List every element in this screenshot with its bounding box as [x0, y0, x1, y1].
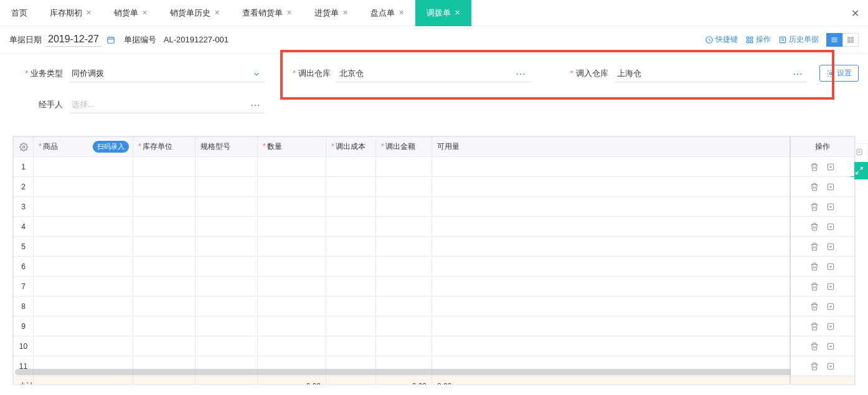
date-value[interactable]: 2019-12-27: [45, 32, 101, 47]
cell-product[interactable]: [34, 217, 133, 237]
delete-row-icon[interactable]: [810, 322, 819, 331]
close-icon[interactable]: ✕: [86, 9, 92, 17]
close-icon[interactable]: ✕: [214, 9, 220, 17]
cell-amount[interactable]: [376, 297, 432, 316]
cell-product[interactable]: [34, 177, 133, 197]
in-warehouse-input[interactable]: [615, 65, 808, 82]
cell-unit[interactable]: [133, 257, 196, 277]
cell-cost[interactable]: [326, 177, 376, 197]
cell-cost[interactable]: [326, 217, 376, 237]
delete-row-icon[interactable]: [810, 282, 819, 291]
settings-column-header[interactable]: [14, 137, 34, 157]
cell-spec[interactable]: [196, 297, 258, 316]
add-row-icon[interactable]: [826, 262, 835, 271]
tab-调拨单[interactable]: 调拨单✕: [415, 0, 471, 26]
cell-cost[interactable]: [326, 197, 376, 217]
tab-销货单[interactable]: 销货单✕: [103, 0, 159, 26]
table-row[interactable]: 10: [14, 336, 855, 356]
delete-row-icon[interactable]: [810, 202, 819, 211]
cell-qty[interactable]: [258, 257, 326, 277]
cell-product[interactable]: [34, 157, 133, 177]
cell-amount[interactable]: [376, 217, 432, 237]
delete-row-icon[interactable]: [810, 163, 819, 171]
close-icon[interactable]: ✕: [455, 9, 460, 17]
cell-qty[interactable]: [258, 316, 326, 336]
cell-spec[interactable]: [196, 277, 258, 297]
cell-product[interactable]: [34, 297, 133, 316]
cell-product[interactable]: [34, 316, 133, 336]
delete-row-icon[interactable]: [810, 242, 819, 251]
cell-spec[interactable]: [196, 177, 258, 197]
calendar-icon[interactable]: [106, 35, 115, 45]
close-all-tabs-icon[interactable]: ✕: [851, 7, 859, 19]
scan-button[interactable]: 扫码录入: [93, 141, 129, 153]
cell-unit[interactable]: [133, 157, 196, 177]
tab-查看销货单[interactable]: 查看销货单✕: [231, 0, 303, 26]
add-row-icon[interactable]: [826, 202, 835, 211]
cell-amount[interactable]: [376, 316, 432, 336]
cell-qty[interactable]: [258, 217, 326, 237]
cell-amount[interactable]: [376, 257, 432, 277]
cell-cost[interactable]: [326, 277, 376, 297]
cell-unit[interactable]: [133, 197, 196, 217]
add-row-icon[interactable]: [826, 222, 835, 231]
table-row[interactable]: 4: [14, 217, 855, 237]
cell-unit[interactable]: [133, 336, 196, 356]
horizontal-scrollbar[interactable]: [15, 369, 843, 375]
add-row-icon[interactable]: [826, 242, 835, 251]
cell-amount[interactable]: [376, 336, 432, 356]
cell-product[interactable]: [34, 257, 133, 277]
cell-product[interactable]: [34, 197, 133, 217]
more-icon[interactable]: ⋯: [250, 99, 261, 111]
cell-spec[interactable]: [196, 336, 258, 356]
table-row[interactable]: 9: [14, 316, 855, 336]
close-icon[interactable]: ✕: [286, 9, 292, 17]
delete-row-icon[interactable]: [810, 183, 819, 191]
add-row-icon[interactable]: [826, 282, 835, 291]
cell-cost[interactable]: [326, 316, 376, 336]
view-list-button[interactable]: [826, 33, 842, 47]
cell-amount[interactable]: [376, 157, 432, 177]
table-row[interactable]: 5: [14, 237, 855, 257]
cell-cost[interactable]: [326, 237, 376, 257]
cell-qty[interactable]: [258, 157, 326, 177]
more-icon[interactable]: ⋯: [516, 68, 526, 80]
operate-link[interactable]: 操作: [745, 34, 771, 45]
cell-amount[interactable]: [376, 177, 432, 197]
tab-销货单历史[interactable]: 销货单历史✕: [159, 0, 231, 26]
table-row[interactable]: 6: [14, 257, 855, 277]
table-scroll[interactable]: 商品 扫码录入 库存单位 规格型号 数量 调出成本 调出金额 可用量 操作 12…: [13, 136, 855, 384]
cell-spec[interactable]: [196, 257, 258, 277]
tab-进货单[interactable]: 进货单✕: [303, 0, 359, 26]
biz-type-input[interactable]: [69, 65, 265, 82]
add-row-icon[interactable]: [826, 362, 835, 371]
delete-row-icon[interactable]: [810, 222, 819, 231]
cell-spec[interactable]: [196, 157, 258, 177]
cell-unit[interactable]: [133, 277, 196, 297]
cell-amount[interactable]: [376, 197, 432, 217]
cell-cost[interactable]: [326, 336, 376, 356]
cell-product[interactable]: [34, 336, 133, 356]
table-row[interactable]: 2: [14, 177, 855, 197]
cell-qty[interactable]: [258, 297, 326, 316]
close-icon[interactable]: ✕: [342, 9, 348, 17]
cell-qty[interactable]: [258, 237, 326, 257]
cell-spec[interactable]: [196, 217, 258, 237]
cell-qty[interactable]: [258, 177, 326, 197]
cell-qty[interactable]: [258, 336, 326, 356]
delete-row-icon[interactable]: [810, 362, 819, 371]
cell-unit[interactable]: [133, 217, 196, 237]
history-link[interactable]: 历史单据: [778, 34, 819, 45]
delete-row-icon[interactable]: [810, 342, 819, 351]
cell-qty[interactable]: [258, 197, 326, 217]
cell-amount[interactable]: [376, 237, 432, 257]
table-row[interactable]: 8: [14, 297, 855, 316]
out-warehouse-input[interactable]: [337, 65, 530, 82]
table-row[interactable]: 1: [14, 157, 855, 177]
more-icon[interactable]: ⋯: [793, 68, 803, 80]
add-row-icon[interactable]: [826, 163, 835, 171]
cell-cost[interactable]: [326, 257, 376, 277]
close-icon[interactable]: ✕: [399, 9, 404, 17]
handler-input[interactable]: [69, 96, 265, 113]
cell-unit[interactable]: [133, 237, 196, 257]
